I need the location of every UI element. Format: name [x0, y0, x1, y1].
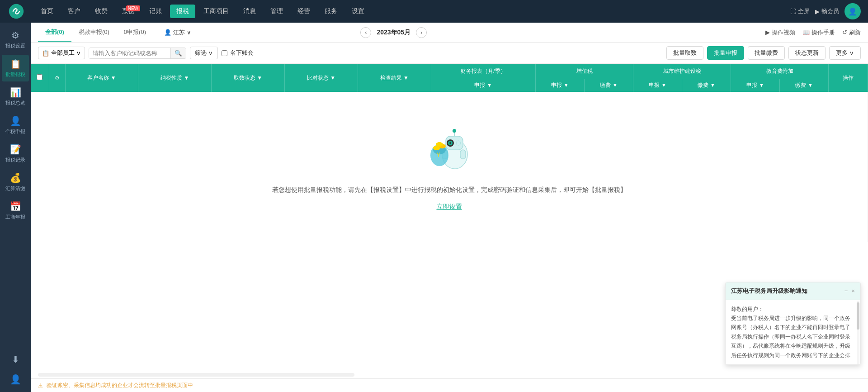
- fullscreen-btn[interactable]: ⛶ 全屏: [790, 7, 810, 15]
- avatar-icon: 👤: [848, 7, 857, 16]
- next-date-btn[interactable]: ›: [416, 27, 427, 38]
- user-avatar[interactable]: 👤: [844, 3, 861, 19]
- scroll-bar-area: [31, 371, 868, 378]
- tabs-bar: 全部(0) 税款申报(0) 0申报(0) 👤 江苏 ∨ ‹ 2023年05月 ›: [31, 23, 868, 43]
- accounts-checkbox-label[interactable]: 名下账套: [222, 49, 254, 57]
- member-icon: ▶: [815, 8, 820, 15]
- sidebar-item-batch-tax[interactable]: 📋 批量报税: [2, 55, 29, 81]
- sidebar-item-personal-tax-label: 个税申报: [5, 128, 25, 135]
- notification-minimize-icon[interactable]: −: [844, 287, 848, 294]
- settlement-icon: 💰: [10, 172, 21, 183]
- data-table: ⚙ 客户名称 ▼ 纳税性质 ▼ 取数状态 ▼ 比对状态 ▼ 检查结果 ▼ 财务报…: [31, 64, 868, 242]
- search-box: 🔍: [89, 48, 186, 59]
- nav-customer[interactable]: 客户: [61, 5, 87, 18]
- download-icon: ⬇: [12, 354, 19, 365]
- nav-settings[interactable]: 设置: [345, 5, 371, 18]
- horizontal-scrollbar[interactable]: [38, 373, 354, 377]
- th-compare-status: 比对状态 ▼: [285, 64, 358, 92]
- nav-invoice[interactable]: 票据 NEW: [116, 5, 141, 18]
- filter-button[interactable]: 筛选 ∨: [190, 47, 218, 59]
- operation-video-btn[interactable]: ▶ 操作视频: [765, 29, 795, 37]
- sidebar-item-tax-settings[interactable]: ⚙ 报税设置: [2, 26, 29, 53]
- accounts-checkbox[interactable]: [222, 50, 227, 56]
- nav-business[interactable]: 工商项目: [197, 5, 235, 18]
- status-message: 验证账密、采集信息均成功的企业才会流转至批量报税页面中: [47, 382, 193, 389]
- nav-management[interactable]: 管理: [264, 5, 289, 18]
- current-date: 2023年05月: [377, 29, 410, 37]
- nav-operation[interactable]: 经营: [291, 5, 316, 18]
- batch-fetch-button[interactable]: 批量取数: [666, 46, 703, 60]
- top-navigation: 首页 客户 收费 票据 NEW 记账 报税 工商项目 消息 管理 经营 服务 设…: [0, 0, 868, 23]
- notification-greeting: 尊敬的用户：: [731, 305, 855, 314]
- th-vat-declare: 申报 ▼: [536, 79, 585, 92]
- notification-close-icon[interactable]: ×: [851, 287, 855, 294]
- prev-date-btn[interactable]: ‹: [360, 27, 371, 38]
- nav-items: 首页 客户 收费 票据 NEW 记账 报税 工商项目 消息 管理 经营 服务 设…: [34, 5, 790, 18]
- tab-all[interactable]: 全部(0): [38, 24, 71, 42]
- notification-title: 江苏电子税务局升级影响通知: [731, 287, 807, 295]
- more-button[interactable]: 更多 ∨: [829, 46, 861, 60]
- nav-home[interactable]: 首页: [34, 5, 60, 18]
- table-header-row: ⚙ 客户名称 ▼ 纳税性质 ▼ 取数状态 ▼ 比对状态 ▼ 检查结果 ▼ 财务报…: [31, 64, 868, 79]
- empty-state-cell: ¥ 若您想使用批量报税功能，请先在【报税设置】中进行报税的初始化设置，完成密码验…: [31, 92, 868, 242]
- status-update-button[interactable]: 状态更新: [788, 46, 826, 60]
- sidebar: ⚙ 报税设置 📋 批量报税 📊 报税总览 👤 个税申报 📝 报税记录 💰 汇算清…: [0, 23, 31, 392]
- status-bar: ⚠ 验证账密、采集信息均成功的企业才会流转至批量报税页面中: [31, 378, 868, 392]
- employee-chevron-icon: ∨: [76, 50, 81, 57]
- video-icon: ▶: [765, 29, 770, 36]
- th-financial-report: 财务报表（月/季）: [431, 64, 535, 79]
- sidebar-item-settlement-label: 汇算清缴: [5, 185, 25, 192]
- search-button[interactable]: 🔍: [170, 48, 186, 58]
- select-all-checkbox[interactable]: [37, 74, 42, 80]
- nav-service[interactable]: 服务: [318, 5, 344, 18]
- employee-filter[interactable]: 📋 全部员工 ∨: [38, 47, 85, 59]
- tab-tax-declaration[interactable]: 税款申报(0): [71, 24, 117, 42]
- sidebar-item-personal-tax[interactable]: 👤 个税申报: [2, 112, 29, 139]
- sidebar-item-tax-records[interactable]: 📝 报税记录: [2, 140, 29, 167]
- sidebar-bottom: ⬇ 👤: [2, 350, 29, 392]
- operation-manual-btn[interactable]: 📖 操作手册: [802, 29, 835, 37]
- empty-state: ¥ 若您想使用批量报税功能，请先在【报税设置】中进行报税的初始化设置，完成密码验…: [35, 96, 863, 238]
- batch-pay-button[interactable]: 批量缴费: [748, 46, 785, 60]
- th-edu-pay: 缴费 ▼: [780, 79, 829, 92]
- sidebar-item-annual-report[interactable]: 📅 工商年报: [2, 197, 29, 224]
- filter-chevron-icon: ∨: [208, 50, 213, 57]
- sidebar-item-settlement[interactable]: 💰 汇算清缴: [2, 169, 29, 196]
- warning-icon: ⚠: [38, 382, 43, 389]
- svg-point-8: [453, 129, 456, 133]
- th-checkbox: [31, 64, 49, 92]
- sidebar-item-tax-settings-label: 报税设置: [5, 43, 25, 49]
- batch-declare-button[interactable]: 批量申报: [707, 46, 744, 60]
- refresh-btn[interactable]: ↺ 刷新: [842, 29, 861, 37]
- setup-link[interactable]: 立即设置: [437, 203, 462, 211]
- member-btn[interactable]: ▶ 畅会员: [815, 7, 839, 15]
- tax-settings-icon: ⚙: [11, 30, 19, 41]
- refresh-icon: ↺: [842, 29, 847, 36]
- sidebar-item-tax-summary[interactable]: 📊 报税总览: [2, 83, 29, 110]
- robot-illustration: ¥: [422, 123, 476, 177]
- nav-right: ⛶ 全屏 ▶ 畅会员 👤: [790, 3, 861, 19]
- batch-tax-icon: 📋: [10, 58, 21, 69]
- sidebar-item-user[interactable]: 👤: [2, 370, 29, 388]
- sidebar-item-annual-report-label: 工商年报: [5, 214, 25, 220]
- th-vat-pay: 缴费 ▼: [585, 79, 633, 92]
- tabs-right: ▶ 操作视频 📖 操作手册 ↺ 刷新: [765, 29, 861, 37]
- region-selector[interactable]: 👤 江苏 ∨: [164, 29, 191, 37]
- empty-message: 若您想使用批量报税功能，请先在【报税设置】中进行报税的初始化设置，完成密码验证和…: [272, 184, 627, 196]
- notification-scrollbar-track[interactable]: [857, 301, 859, 364]
- notification-body: 尊敬的用户： 受当前电子税务局进一步升级的影响，同一个政务网账号（办税人）名下的…: [726, 300, 860, 364]
- search-input[interactable]: [89, 48, 170, 58]
- employee-icon: 📋: [42, 50, 49, 57]
- th-vat: 增值税: [536, 64, 633, 79]
- sidebar-item-tax-summary-label: 报税总览: [5, 100, 25, 106]
- sidebar-item-download[interactable]: ⬇: [2, 350, 29, 368]
- nav-bookkeeping[interactable]: 记账: [143, 5, 168, 18]
- svg-rect-10: [460, 150, 466, 159]
- tab-zero-declaration[interactable]: 0申报(0): [117, 24, 153, 42]
- app-logo[interactable]: [7, 2, 25, 20]
- nav-message[interactable]: 消息: [237, 5, 262, 18]
- tax-records-icon: 📝: [10, 144, 21, 155]
- nav-tax[interactable]: 报税: [170, 5, 195, 18]
- svg-point-5: [449, 142, 451, 144]
- nav-billing[interactable]: 收费: [89, 5, 114, 18]
